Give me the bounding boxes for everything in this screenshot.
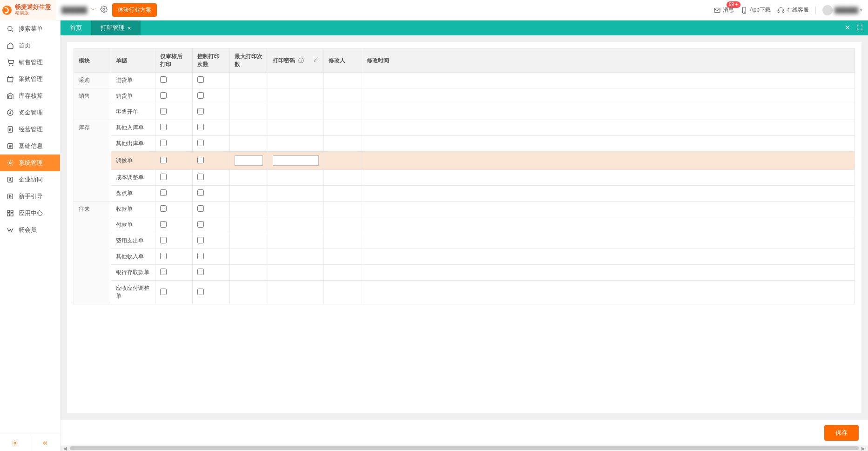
close-icon[interactable]: × (128, 25, 131, 32)
app-download-button[interactable]: App下载 (740, 6, 771, 14)
max-count-cell (230, 202, 268, 217)
password-cell (268, 202, 324, 217)
tab-0[interactable]: 首页 (61, 20, 91, 35)
edit-icon[interactable] (313, 57, 319, 64)
control-count-checkbox[interactable] (197, 289, 204, 295)
only-audited-cell (155, 249, 193, 265)
help-icon[interactable]: ⓘ (298, 57, 304, 64)
control-count-checkbox[interactable] (197, 269, 204, 275)
sidebar-item-label: 企业协同 (19, 175, 43, 184)
only-audited-checkbox[interactable] (160, 221, 167, 228)
password-input[interactable] (273, 155, 319, 166)
only-audited-checkbox[interactable] (160, 237, 167, 243)
control-count-checkbox[interactable] (197, 140, 204, 146)
only-audited-checkbox[interactable] (160, 157, 167, 163)
sidebar-item-4[interactable]: 库存核算 (0, 88, 60, 104)
only-audited-checkbox[interactable] (160, 289, 167, 295)
user-menu[interactable]: ██████ ▾ (822, 5, 862, 15)
sidebar-item-12[interactable]: 畅会员 (0, 222, 60, 238)
sidebar-item-label: 首页 (19, 41, 31, 50)
sidebar-item-5[interactable]: 资金管理 (0, 104, 60, 121)
tenant-name: ██████ (61, 7, 87, 13)
table-row: 应收应付调整单 (74, 281, 855, 304)
sidebar-collapse-button[interactable] (30, 435, 60, 451)
control-count-checkbox[interactable] (197, 205, 204, 212)
tab-close-all-icon[interactable] (844, 24, 851, 33)
control-count-checkbox[interactable] (197, 237, 204, 243)
sidebar-settings-button[interactable] (0, 435, 30, 451)
th-max-count: 最大打印次数 (230, 49, 268, 73)
only-audited-checkbox[interactable] (160, 253, 167, 259)
messages-badge: 99 + (727, 1, 740, 8)
table-row: 库存其他入库单 (74, 120, 855, 136)
sidebar-item-11[interactable]: 应用中心 (0, 205, 60, 222)
control-count-checkbox[interactable] (197, 76, 204, 83)
sidebar-item-2[interactable]: 销售管理 (0, 54, 60, 71)
max-count-input[interactable] (235, 155, 263, 166)
module-cell: 往来 (74, 202, 111, 304)
table-row: 往来收款单 (74, 202, 855, 217)
only-audited-checkbox[interactable] (160, 269, 167, 275)
sidebar-item-6[interactable]: 经营管理 (0, 121, 60, 138)
sidebar-item-8[interactable]: 系统管理 (0, 155, 60, 171)
max-count-cell (230, 233, 268, 249)
th-doc: 单据 (111, 49, 155, 73)
only-audited-checkbox[interactable] (160, 140, 167, 146)
control-count-checkbox[interactable] (197, 221, 204, 228)
sidebar-item-7[interactable]: 基础信息 (0, 138, 60, 155)
sidebar-item-10[interactable]: 新手引导 (0, 188, 60, 205)
logo[interactable]: 畅捷通好生意 精易版 (0, 0, 56, 20)
only-audited-checkbox[interactable] (160, 174, 167, 180)
table-row: 调拨单 (74, 152, 855, 170)
table-row: 零售开单 (74, 104, 855, 120)
gear-icon[interactable] (100, 6, 108, 14)
home-icon (7, 42, 14, 49)
app-download-label: App下载 (750, 6, 771, 14)
chevron-down-icon: ﹀ (91, 6, 96, 14)
sidebar-item-3[interactable]: 采购管理 (0, 71, 60, 88)
only-audited-checkbox[interactable] (160, 124, 167, 130)
control-count-cell (193, 249, 230, 265)
control-count-checkbox[interactable] (197, 189, 204, 196)
only-audited-checkbox[interactable] (160, 92, 167, 99)
only-audited-checkbox[interactable] (160, 76, 167, 83)
sidebar-item-9[interactable]: 企业协同 (0, 171, 60, 188)
control-count-checkbox[interactable] (197, 124, 204, 130)
divider (815, 7, 816, 14)
only-audited-cell (155, 217, 193, 233)
tab-label: 打印管理 (101, 24, 125, 32)
only-audited-checkbox[interactable] (160, 108, 167, 114)
tab-1[interactable]: 打印管理× (91, 20, 141, 35)
control-count-checkbox[interactable] (197, 174, 204, 180)
th-password: 打印密码 ⓘ (268, 49, 324, 73)
scroll-left-icon[interactable]: ◀ (63, 446, 67, 451)
only-audited-checkbox[interactable] (160, 205, 167, 212)
only-audited-cell (155, 136, 193, 152)
control-count-checkbox[interactable] (197, 92, 204, 99)
scroll-right-icon[interactable]: ▶ (861, 446, 865, 451)
control-count-checkbox[interactable] (197, 157, 204, 163)
password-cell (268, 265, 324, 281)
control-count-checkbox[interactable] (197, 253, 204, 259)
topbar: 畅捷通好生意 精易版 ██████ ﹀ 体验行业方案 消息 99 + App下载 (0, 0, 868, 20)
modify-time-cell (362, 186, 855, 202)
control-count-cell (193, 120, 230, 136)
svg-point-10 (13, 65, 13, 65)
bag-icon (7, 75, 14, 83)
only-audited-checkbox[interactable] (160, 189, 167, 196)
messages-button[interactable]: 消息 99 + (713, 6, 734, 14)
sidebar-item-0[interactable]: 搜索菜单 (0, 20, 60, 37)
svg-rect-18 (8, 194, 13, 199)
control-count-checkbox[interactable] (197, 108, 204, 114)
try-industry-button[interactable]: 体验行业方案 (112, 3, 157, 17)
tenant-selector[interactable]: ██████ ﹀ (61, 6, 108, 14)
sidebar-item-1[interactable]: 首页 (0, 37, 60, 54)
horizontal-scrollbar[interactable]: ◀ ▶ (61, 445, 868, 451)
table-row: 成本调整单 (74, 170, 855, 186)
sidebar-item-label: 应用中心 (19, 209, 43, 217)
fullscreen-icon[interactable] (856, 24, 863, 33)
sidebar-item-label: 采购管理 (19, 75, 43, 83)
online-service-button[interactable]: 在线客服 (777, 6, 809, 14)
save-button[interactable]: 保存 (824, 425, 859, 441)
scrollbar-thumb[interactable] (70, 446, 859, 450)
